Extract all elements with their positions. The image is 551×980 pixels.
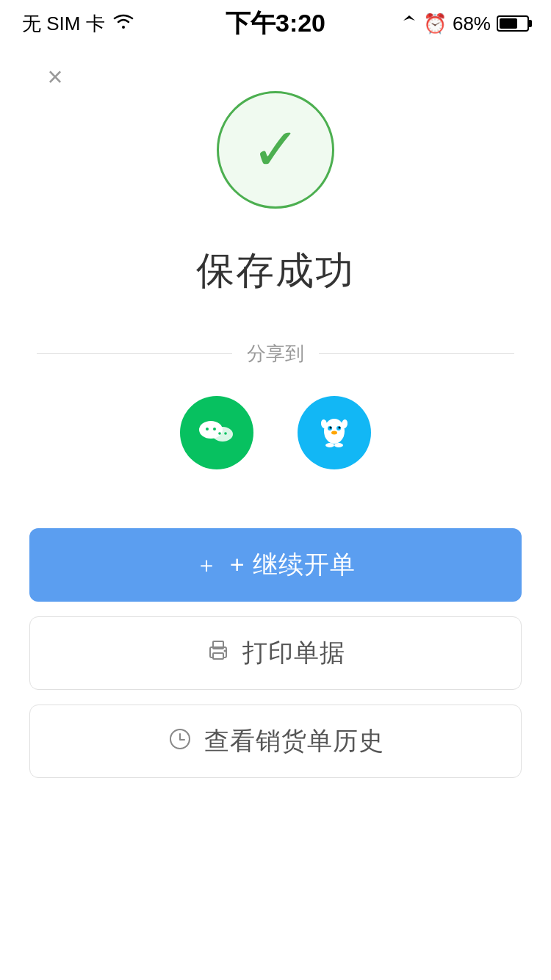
- continue-button[interactable]: ＋ + 继续开单: [29, 528, 522, 602]
- svg-point-5: [224, 432, 227, 435]
- history-label: 查看销货单历史: [204, 724, 384, 758]
- svg-point-4: [218, 432, 221, 435]
- divider-left: [37, 353, 232, 354]
- alarm-icon: ⏰: [423, 12, 447, 35]
- divider-right: [319, 353, 514, 354]
- share-label: 分享到: [247, 341, 304, 367]
- wifi-icon: [112, 12, 134, 35]
- close-button[interactable]: ×: [37, 59, 73, 96]
- success-title: 保存成功: [196, 245, 355, 297]
- print-label: 打印单据: [242, 636, 345, 670]
- print-button[interactable]: 打印单据: [29, 616, 522, 690]
- checkmark-icon: ✓: [251, 120, 300, 179]
- svg-rect-18: [213, 653, 223, 659]
- svg-point-14: [325, 443, 334, 447]
- svg-point-9: [330, 427, 332, 429]
- svg-point-11: [331, 431, 337, 435]
- svg-point-19: [224, 649, 226, 652]
- svg-point-10: [339, 427, 341, 429]
- main-content: ✓ 保存成功 分享到: [0, 47, 551, 778]
- status-time: 下午3:20: [226, 7, 325, 40]
- no-sim-label: 无 SIM 卡: [22, 11, 105, 37]
- svg-point-3: [213, 428, 216, 430]
- wechat-share-button[interactable]: [180, 396, 253, 469]
- location-icon: [401, 12, 417, 35]
- status-right: ⏰ 68%: [401, 12, 529, 35]
- battery-percentage: 68%: [453, 12, 491, 35]
- close-icon: ×: [47, 62, 62, 93]
- qq-share-button[interactable]: [298, 396, 371, 469]
- action-buttons: ＋ + 继续开单 打印单据 查看销货单历史: [0, 528, 551, 778]
- svg-point-15: [334, 443, 343, 447]
- history-button[interactable]: 查看销货单历史: [29, 705, 522, 778]
- qq-icon: [312, 411, 356, 455]
- continue-label: + 继续开单: [230, 548, 356, 582]
- share-icons-container: [180, 396, 371, 469]
- svg-point-2: [206, 428, 209, 430]
- share-divider: 分享到: [0, 341, 551, 367]
- status-bar: 无 SIM 卡 下午3:20 ⏰ 68%: [0, 0, 551, 47]
- success-circle: ✓: [217, 91, 334, 209]
- status-left: 无 SIM 卡: [22, 11, 134, 37]
- battery-icon: [497, 15, 529, 32]
- history-icon: [168, 727, 192, 757]
- share-section: 分享到: [0, 341, 551, 469]
- wechat-icon: [195, 411, 239, 455]
- print-icon: [206, 638, 231, 669]
- plus-icon: ＋: [195, 550, 218, 580]
